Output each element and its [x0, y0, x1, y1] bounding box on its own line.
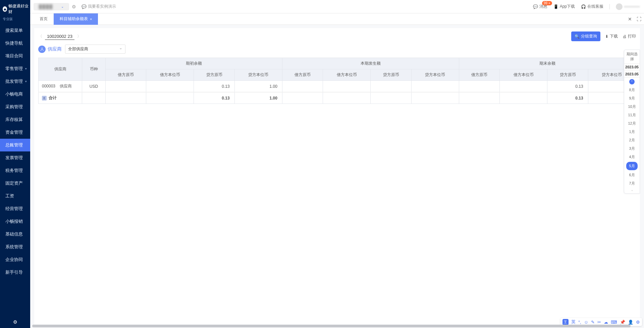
chevron-down-icon: ⌄ [61, 5, 64, 8]
nav-item[interactable]: 搜索菜单 [0, 24, 30, 25]
divider [609, 4, 610, 9]
phone-icon: 📱 [553, 4, 558, 9]
close-all-icon[interactable]: ✕ [628, 16, 632, 22]
avatar [616, 3, 623, 10]
messages-button[interactable]: 💬 消息 99 + [533, 4, 547, 9]
logo-icon [3, 6, 7, 12]
message-icon: 💬 [533, 4, 538, 9]
tab-home-label: 首页 [40, 16, 48, 22]
chat-icon: 💬 [82, 4, 87, 9]
close-icon[interactable]: × [90, 17, 92, 21]
header-gear-icon[interactable]: ⚙ [72, 4, 76, 9]
online-service-button[interactable]: 🎧 在线客服 [581, 4, 603, 9]
user-name [624, 6, 640, 7]
tab-home[interactable]: 首页 [34, 13, 54, 25]
tab-active-label: 科目辅助余额表 [60, 16, 88, 22]
app-download-button[interactable]: 📱 App下载 [553, 4, 575, 9]
tabs-row: 首页 科目辅助余额表 × ✕ ⛶ [0, 13, 644, 25]
tabs-controls: ✕ ⛶ [628, 16, 644, 22]
top-header: ████ ⌄ ⚙ 💬 我要看实例演示 💬 消息 99 + 📱 App下载 🎧 在… [0, 0, 644, 13]
app-download-label: App下载 [560, 4, 575, 9]
headset-icon: 🎧 [581, 4, 586, 9]
brand-logo: 畅捷通好业财 [0, 0, 30, 17]
demo-label: 我要看实例演示 [88, 4, 116, 9]
msg-badge: 99 + [542, 1, 552, 5]
nav-menu: 搜索菜单快捷导航项目合同零售管理▾批发管理▾小畅电商采购管理库存核算资金管理总账… [0, 24, 30, 25]
tenant-name: ████ [39, 4, 53, 9]
header-right: 💬 消息 99 + 📱 App下载 🎧 在线客服 [533, 3, 640, 10]
demo-link[interactable]: 💬 我要看实例演示 [82, 4, 116, 9]
fullscreen-icon[interactable]: ⛶ [637, 16, 641, 22]
tenant-select[interactable]: ████ ⌄ [34, 3, 69, 10]
header-left: ████ ⌄ ⚙ 💬 我要看实例演示 [34, 3, 116, 10]
sidebar: 畅捷通好业财 专业版 搜索菜单快捷导航项目合同零售管理▾批发管理▾小畅电商采购管… [0, 0, 30, 25]
brand-sub: 专业版 [0, 17, 30, 21]
tab-active[interactable]: 科目辅助余额表 × [54, 13, 98, 25]
user-menu[interactable] [616, 3, 640, 10]
service-label: 在线客服 [587, 4, 603, 9]
brand-name: 畅捷通好业财 [8, 3, 29, 15]
